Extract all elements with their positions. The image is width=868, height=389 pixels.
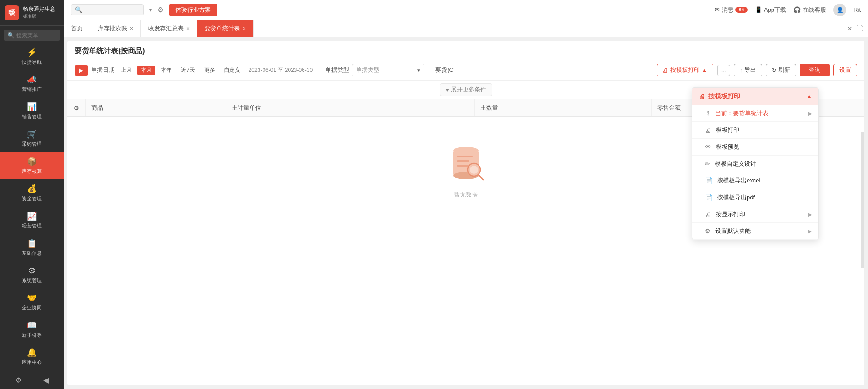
operation-icon: 📈 [27,211,37,221]
guide-icon: 📖 [27,320,37,330]
dropdown-item-display-print[interactable]: 🖨 按显示打印 ▶ [692,206,818,223]
search-icon: 🔍 [7,32,15,39]
date-btn-custom[interactable]: 自定义 [220,66,244,75]
current-item-icon: 🖨 [705,110,711,117]
sidebar-item-operation[interactable]: 📈 经营管理 [0,207,64,234]
current-item-chevron: ▶ [808,111,812,116]
finance-icon: 💰 [27,184,37,194]
dropdown-collapse-icon[interactable]: ▲ [807,93,812,100]
app-download-button[interactable]: 📱 App下载 [755,6,786,14]
sidebar-item-purchase[interactable]: 🛒 采购管理 [0,125,64,152]
online-service-button[interactable]: 🎧 在线客服 [793,6,826,14]
dropdown-current-item[interactable]: 🖨 当前：要货单统计表 ▶ [692,105,818,122]
type-select-dropdown[interactable]: 单据类型 ▾ [352,64,424,76]
toolbar-left: ▶ 单据日期 上月 本月 本年 近7天 更多 自定义 2023-06-01 至 … [75,65,313,76]
topbar-right: ✉ 消息 99+ 📱 App下载 🎧 在线客服 👤 Rit [715,4,861,16]
tab-home[interactable]: 首页 [64,20,90,37]
template-print-button[interactable]: 🖨 按模板打印 ▲ [657,64,713,76]
inventory-icon: 📦 [27,157,37,167]
tab-batch-account[interactable]: 库存批次账 × [90,20,141,37]
sidebar-item-marketing[interactable]: 📣 营销推广 [0,70,64,97]
topbar-search-input[interactable] [84,7,139,13]
sidebar-item-appstore[interactable]: 🔔 应用中心 [0,343,64,370]
setting-button[interactable]: 设置 [833,64,857,76]
settings-icon[interactable]: ⚙ [15,376,22,384]
date-btn-this-month[interactable]: 本月 [137,66,155,75]
dropdown-item-template-custom[interactable]: ✏ 模板自定义设计 [692,156,818,172]
sidebar-item-wechat[interactable]: 💬 企业微信 [0,370,64,371]
industry-solution-button[interactable]: 体验行业方案 [169,4,217,16]
display-print-icon: 🖨 [705,211,711,218]
tab-order-stat[interactable]: 要货单统计表 × [197,20,254,37]
tab-collection-summary[interactable]: 收发存汇总表 × [141,20,197,37]
type-select-chevron: ▾ [417,67,420,74]
sidebar: 畅 畅康通好生意 标准版 🔍 ⚡ 快捷导航 📣 营销推广 📊 销售管理 🛒 采购… [0,0,64,389]
messages-button[interactable]: ✉ 消息 99+ [715,6,748,14]
quick-nav-icon: ⚡ [27,47,37,57]
topbar-gear-icon[interactable]: ⚙ [157,5,164,14]
collapse-icon[interactable]: ◀ [43,376,49,384]
expand-filter-button[interactable]: ▶ [75,65,88,76]
dropdown-item-template-preview[interactable]: 👁 模板预览 [692,139,818,156]
dropdown-item-set-default[interactable]: ⚙ 设置默认功能 ▶ [692,223,818,240]
marketing-icon: 📣 [27,75,37,85]
tabs-bar: 首页 库存批次账 × 收发存汇总表 × 要货单统计表 × ✕ ⛶ [64,20,868,37]
sidebar-item-guide[interactable]: 📖 新手引导 [0,316,64,343]
dropdown-print-icon: 🖨 [698,93,705,100]
purchase-icon: 🛒 [27,129,37,139]
avatar[interactable]: 👤 [833,4,846,16]
tab-collection-summary-close[interactable]: × [186,25,190,32]
messages-icon: ✉ [715,6,720,13]
display-print-chevron: ▶ [808,212,812,217]
th-settings[interactable]: ⚙ [67,99,85,117]
vertical-scrollbar[interactable] [861,132,864,268]
th-unit: 主计量单位 [226,99,475,117]
tab-batch-account-close[interactable]: × [130,25,133,32]
topbar-dropdown-icon[interactable]: ▾ [149,7,152,13]
template-excel-icon: 📄 [705,177,713,184]
set-default-icon: ⚙ [705,227,711,235]
tab-order-stat-close[interactable]: × [243,25,246,32]
refresh-button[interactable]: ↻ 刷新 [766,64,796,76]
username-label: Rit [853,6,861,13]
template-preview-icon: 👁 [705,143,711,151]
logo-text: 畅康通好生意 标准版 [23,6,55,20]
sidebar-search-box[interactable]: 🔍 [4,30,60,41]
template-custom-icon: ✏ [705,160,710,167]
sidebar-item-sales[interactable]: 📊 销售管理 [0,97,64,125]
dropdown-item-template-excel[interactable]: 📄 按模板导出excel [692,172,818,189]
template-print-icon: 🖨 [705,126,711,134]
date-btn-last-7[interactable]: 近7天 [177,66,199,75]
expand-more-button[interactable]: ▾ 展开更多条件 [440,83,492,96]
column-settings-icon[interactable]: ⚙ [74,105,79,111]
sidebar-item-finance[interactable]: 💰 资金管理 [0,179,64,207]
dropdown-item-template-print[interactable]: 🖨 模板打印 [692,122,818,139]
sidebar-item-inventory[interactable]: 📦 库存核算 [0,152,64,179]
basic-icon: 📋 [27,238,37,248]
empty-text: 暂无数据 [454,191,478,199]
th-quantity: 主数量 [475,99,652,117]
tab-fullscreen-icon[interactable]: ⛶ [856,25,863,32]
order-type-filter: 要货(C [435,66,454,74]
svg-line-8 [479,175,483,180]
sidebar-item-enterprise[interactable]: 🤝 企业协同 [0,288,64,316]
page-title: 要货单统计表(按商品) [75,47,145,55]
sidebar-item-system[interactable]: ⚙ 系统管理 [0,261,64,288]
date-btn-more[interactable]: 更多 [200,66,219,75]
main-area: 🔍 ▾ ⚙ 体验行业方案 ✉ 消息 99+ 📱 App下载 🎧 在线客服 👤 R… [64,0,868,389]
sidebar-search-input[interactable] [16,32,53,39]
date-btn-this-year[interactable]: 本年 [157,66,175,75]
date-btn-last-month[interactable]: 上月 [117,66,135,75]
expand-arrow-icon: ▶ [79,67,84,74]
query-button[interactable]: 查询 [800,64,830,76]
th-product: 商品 [85,99,226,117]
more-options-button[interactable]: ... [717,65,730,76]
dropdown-item-template-pdf[interactable]: 📄 按模板导出pdf [692,189,818,206]
topbar-search[interactable]: 🔍 [71,4,144,15]
sidebar-item-quick-nav[interactable]: ⚡ 快捷导航 [0,43,64,70]
tab-close-window-icon[interactable]: ✕ [847,25,853,32]
sidebar-item-basic[interactable]: 📋 基础信息 [0,234,64,261]
logo-area: 畅 畅康通好生意 标准版 [0,0,64,26]
dropdown-header-left: 🖨 按模板打印 [698,92,740,101]
export-button[interactable]: ↑ 导出 [734,64,763,76]
